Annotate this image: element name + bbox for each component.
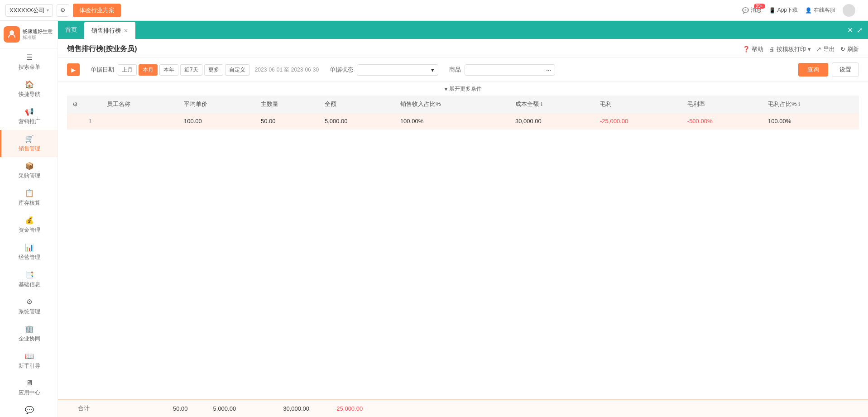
date-filter-group: 单据日期 上月 本月 本年 近7天 更多 自定义 2023-06-01 至 20… [91, 64, 319, 76]
date-btn-this-year[interactable]: 本年 [159, 64, 178, 76]
expand-label: 展开更多条件 [449, 85, 482, 93]
top-bar: XXXXXX公司 ▾ ⚙ 体验行业方案 💬 消息 99+ 📱 App下载 👤 在… [0, 0, 868, 21]
sidebar-label-guide: 新手引导 [19, 362, 40, 370]
export-button[interactable]: ↗ 导出 [816, 45, 835, 53]
table-wrapper: ⚙ 员工名称 平均单价 主数量 全额 销售收入占比% 成本全额 ℹ 毛利 [58, 96, 868, 399]
footer-cells: 合计 50.00 5,000.00 30,000.00 -25,000.00 [72, 404, 854, 412]
tab-sales-rank[interactable]: 销售排行榜 ✕ [84, 22, 135, 40]
operation-icon: 📊 [25, 243, 34, 252]
message-badge: 99+ [754, 4, 765, 9]
sidebar-item-operation[interactable]: 📊 经营管理 [0, 239, 58, 266]
sidebar-item-purchase[interactable]: 📦 采购管理 [0, 157, 58, 184]
date-btn-this-month[interactable]: 本月 [139, 64, 158, 76]
query-button[interactable]: 查询 [798, 63, 828, 77]
sales-icon: 🛒 [25, 134, 34, 143]
footer-amount: 5,000.00 [208, 405, 242, 412]
filter-collapse-btn[interactable]: ▶ [67, 63, 80, 76]
sidebar-item-basic[interactable]: 📑 基础信息 [0, 266, 58, 293]
company-selector[interactable]: XXXXXX公司 ▾ [5, 4, 53, 17]
date-btn-last-month[interactable]: 上月 [118, 64, 137, 76]
tab-home-label: 首页 [65, 26, 77, 34]
settings-icon-btn[interactable]: ⚙ [57, 4, 69, 17]
sidebar-label-apps: 应用中心 [19, 389, 40, 397]
content-area: 首页 销售排行榜 ✕ ✕ ⤢ 销售排行榜(按业务员) ❓ 帮助 [58, 21, 868, 417]
status-filter-group: 单据状态 ▾ [330, 64, 438, 76]
th-settings[interactable]: ⚙ [67, 96, 83, 113]
sidebar-label-search: 搜索菜单 [19, 63, 40, 71]
table-footer: 合计 50.00 5,000.00 30,000.00 -25,000.00 [58, 399, 868, 417]
help-label: 帮助 [752, 45, 763, 53]
print-icon: 🖨 [769, 46, 775, 53]
cell-sales-pct: 100.00% [395, 113, 510, 129]
top-bar-left: XXXXXX公司 ▾ ⚙ 体验行业方案 [5, 4, 121, 17]
sidebar-label-enterprise: 企业协同 [19, 335, 40, 343]
search-menu-icon: ☰ [26, 53, 33, 62]
sidebar-item-system[interactable]: ⚙ 系统管理 [0, 293, 58, 320]
guide-icon: 📖 [25, 352, 34, 360]
footer-cost: 30,000.00 [278, 405, 315, 412]
date-range-text: 2023-06-01 至 2023-06-30 [255, 66, 319, 74]
sidebar-item-finance[interactable]: 💰 资金管理 [0, 211, 58, 239]
goods-input[interactable]: ··· [465, 64, 555, 76]
goods-filter-label: 商品 [449, 66, 461, 74]
sidebar-item-guide[interactable]: 📖 新手引导 [0, 347, 58, 374]
tab-close-window-icon[interactable]: ✕ [847, 26, 853, 34]
sidebar-label-finance: 资金管理 [19, 226, 40, 234]
tab-home[interactable]: 首页 [58, 21, 84, 39]
expand-icon: ▾ [445, 86, 447, 92]
sidebar-label-inventory: 库存核算 [19, 199, 40, 207]
date-btn-custom[interactable]: 自定义 [225, 64, 249, 76]
trial-button[interactable]: 体验行业方案 [73, 4, 121, 17]
sidebar-item-search[interactable]: ☰ 搜索菜单 [0, 48, 58, 76]
cell-cost: 30,000.00 [510, 113, 595, 129]
table-row: 1 100.00 50.00 5,000.00 100.00% 30,000.0… [67, 113, 859, 129]
template-print-button[interactable]: 🖨 按模板打印 ▾ [769, 45, 811, 53]
basic-icon: 📑 [25, 270, 34, 279]
online-service-label: 在线客服 [814, 6, 835, 14]
settings-button[interactable]: 设置 [832, 62, 859, 77]
cell-margin-rate: -500.00% [682, 113, 762, 129]
th-margin-pct: 毛利占比% ℹ [762, 96, 859, 113]
apps-icon: 🖥 [26, 379, 33, 387]
sidebar-label-operation: 经营管理 [19, 254, 40, 261]
cost-info-icon[interactable]: ℹ [541, 101, 542, 107]
top-bar-right: 💬 消息 99+ 📱 App下载 👤 在线客服 [742, 4, 863, 17]
app-download-btn[interactable]: 📱 App下载 [769, 6, 798, 14]
footer-profit: -25,000.00 [329, 405, 368, 412]
sidebar-item-shortcut[interactable]: 🏠 快捷导航 [0, 76, 58, 103]
cell-settings [67, 113, 83, 129]
print-chevron-icon: ▾ [808, 46, 811, 53]
date-btn-7days[interactable]: 近7天 [180, 64, 202, 76]
tab-maximize-icon[interactable]: ⤢ [857, 26, 863, 34]
sidebar-label-sales: 销售管理 [19, 145, 40, 153]
avatar[interactable] [843, 4, 855, 17]
th-profit: 毛利 [595, 96, 682, 113]
message-icon: 💬 [742, 7, 749, 14]
cell-rank: 1 [83, 113, 101, 129]
margin-pct-info-icon[interactable]: ℹ [798, 101, 800, 107]
app-download-label: App下载 [777, 6, 798, 14]
enterprise-icon: 🏢 [25, 325, 34, 333]
sidebar-item-inventory[interactable]: 📋 库存核算 [0, 184, 58, 211]
status-select[interactable]: ▾ [357, 64, 438, 76]
th-margin-rate: 毛利率 [682, 96, 762, 113]
tab-close-icon[interactable]: ✕ [124, 28, 128, 34]
sidebar-item-sales[interactable]: 🛒 销售管理 [0, 130, 58, 157]
purchase-icon: 📦 [25, 162, 34, 170]
sidebar-item-apps[interactable]: 🖥 应用中心 [0, 374, 58, 401]
refresh-button[interactable]: ↻ 刷新 [840, 45, 859, 53]
sidebar-item-marketing[interactable]: 📢 营销推广 [0, 103, 58, 130]
tab-bar: 首页 销售排行榜 ✕ ✕ ⤢ [58, 21, 868, 39]
logo-icon [4, 26, 20, 43]
help-button[interactable]: ❓ 帮助 [743, 45, 763, 53]
expand-filter-row[interactable]: ▾ 展开更多条件 [58, 82, 868, 96]
service-icon: 👤 [805, 7, 812, 14]
sidebar-item-enterprise[interactable]: 🏢 企业协同 [0, 320, 58, 347]
sidebar-item-wechat[interactable]: 💬 企业微信 [0, 401, 58, 417]
online-service-btn[interactable]: 👤 在线客服 [805, 6, 835, 14]
message-btn[interactable]: 💬 消息 99+ [742, 6, 762, 14]
refresh-label: 刷新 [847, 45, 859, 53]
date-btn-more[interactable]: 更多 [204, 64, 223, 76]
marketing-icon: 📢 [25, 107, 34, 116]
template-print-label: 按模板打印 [777, 45, 806, 53]
